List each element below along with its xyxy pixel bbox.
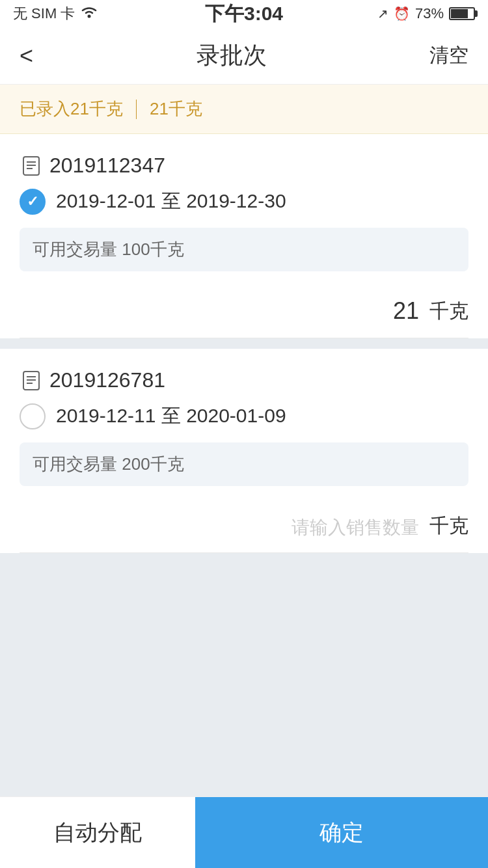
batch-card-1: 2019112347 2019-12-01 至 2019-12-30 可用交易量…: [0, 134, 488, 338]
batch2-id-icon: [20, 369, 43, 392]
batch2-radio[interactable]: [20, 403, 46, 429]
confirm-button[interactable]: 确定: [195, 797, 488, 868]
status-time: 下午3:04: [205, 1, 283, 27]
batch1-id: 2019112347: [49, 154, 165, 178]
banner-divider: [136, 100, 137, 119]
battery-icon: [449, 7, 475, 20]
back-button[interactable]: <: [20, 42, 33, 70]
recorded-value: 21千克: [150, 98, 202, 120]
recorded-label: 已录入21千克: [20, 98, 123, 120]
batch1-header: 2019112347: [20, 154, 468, 178]
clear-button[interactable]: 清空: [429, 42, 468, 69]
batch1-unit: 千克: [429, 298, 468, 325]
status-right: ↗ ⏰ 73%: [377, 5, 475, 22]
batch1-avail-qty: 可用交易量 100千克: [20, 228, 468, 271]
alarm-icon: ⏰: [394, 6, 410, 21]
batch1-qty-row: 千克: [20, 284, 468, 338]
batch2-qty-input[interactable]: [127, 512, 419, 539]
footer-area: [0, 553, 488, 813]
batch1-date: 2019-12-01 至 2019-12-30: [56, 188, 286, 215]
battery-percent: 73%: [415, 5, 444, 22]
bottom-bar: 自动分配 确定: [0, 796, 488, 868]
nav-bar: < 录批次 清空: [0, 27, 488, 85]
svg-point-0: [88, 15, 91, 18]
carrier-text: 无 SIM 卡: [13, 4, 75, 23]
batch2-date: 2019-12-11 至 2020-01-09: [56, 403, 286, 429]
batch2-date-row[interactable]: 2019-12-11 至 2020-01-09: [20, 403, 468, 429]
batch2-qty-row: 千克: [20, 499, 468, 553]
batch1-id-icon: [20, 154, 43, 178]
status-bar: 无 SIM 卡 下午3:04 ↗ ⏰ 73%: [0, 0, 488, 27]
status-left: 无 SIM 卡: [13, 4, 98, 23]
batch2-id: 2019126781: [49, 368, 165, 392]
batch2-unit: 千克: [429, 513, 468, 539]
page-title: 录批次: [197, 40, 267, 72]
auto-distribute-button[interactable]: 自动分配: [0, 797, 195, 868]
batch-card-2: 2019126781 2019-12-11 至 2020-01-09 可用交易量…: [0, 349, 488, 553]
batch2-avail-qty: 可用交易量 200千克: [20, 442, 468, 486]
batch1-qty-input[interactable]: [127, 297, 419, 325]
batch1-radio[interactable]: [20, 189, 46, 215]
batch2-header: 2019126781: [20, 368, 468, 392]
location-icon: ↗: [377, 6, 388, 21]
info-banner: 已录入21千克 21千克: [0, 85, 488, 134]
section-divider: [0, 338, 488, 349]
batch1-date-row[interactable]: 2019-12-01 至 2019-12-30: [20, 188, 468, 215]
wifi-icon: [80, 5, 98, 22]
